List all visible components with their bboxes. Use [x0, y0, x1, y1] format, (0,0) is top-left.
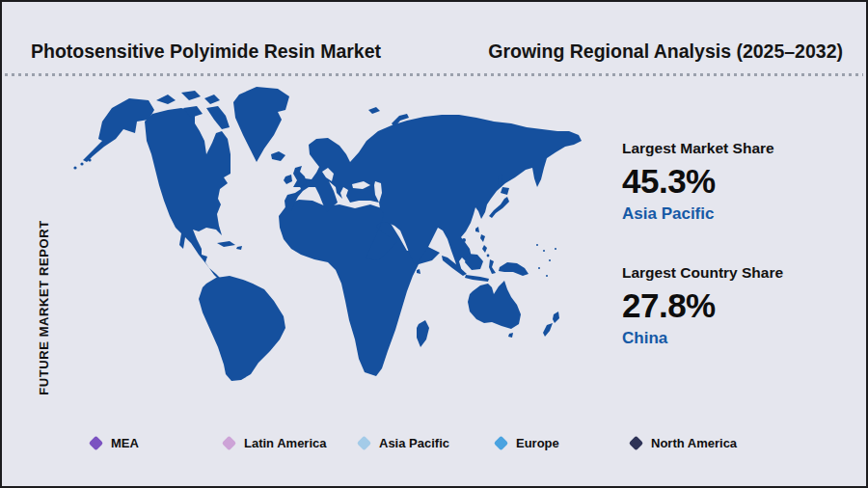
legend-label: MEA: [111, 436, 139, 450]
stat-market-share-region: Asia Pacific: [622, 204, 854, 224]
stat-market-share-label: Largest Market Share: [622, 140, 854, 157]
asia-pacific-diamond-icon: [357, 435, 372, 450]
latin-america-diamond-icon: [222, 435, 237, 450]
title-left: Photosensitive Polyimide Resin Market: [31, 41, 381, 63]
legend-item-europe: Europe: [496, 435, 559, 450]
legend-label: Latin America: [244, 436, 327, 450]
north-america-diamond-icon: [629, 435, 644, 450]
stat-country-share: Largest Country Share 27.8% China: [622, 264, 854, 348]
legend-item-north-america: North America: [631, 435, 737, 450]
world-map: [60, 85, 585, 418]
infographic-frame: Photosensitive Polyimide Resin Market Gr…: [0, 0, 868, 488]
legend-item-asia-pacific: Asia Pacific: [359, 435, 449, 450]
title-right: Growing Regional Analysis (2025–2032): [488, 41, 843, 63]
legend-label: North America: [651, 436, 737, 450]
header: Photosensitive Polyimide Resin Market Gr…: [31, 41, 843, 63]
legend: MEA Latin America Asia Pacific Europe No…: [2, 435, 868, 456]
stat-market-share-value: 45.3%: [622, 164, 854, 198]
europe-diamond-icon: [494, 435, 509, 450]
legend-label: Asia Pacific: [379, 436, 449, 450]
stat-country-share-region: China: [622, 329, 854, 348]
legend-item-latin-america: Latin America: [224, 435, 327, 450]
legend-item-mea: MEA: [91, 435, 139, 450]
world-map-landmasses: [73, 87, 582, 381]
dotted-divider: [5, 73, 863, 76]
mea-diamond-icon: [89, 435, 104, 450]
stat-country-share-label: Largest Country Share: [622, 264, 854, 282]
brand-vertical-label: FUTURE MARKET REPORT: [37, 220, 51, 395]
stats-panel: Largest Market Share 45.3% Asia Pacific …: [622, 140, 854, 348]
stat-market-share: Largest Market Share 45.3% Asia Pacific: [622, 140, 854, 224]
legend-label: Europe: [516, 436, 559, 450]
stat-country-share-value: 27.8%: [622, 288, 854, 322]
